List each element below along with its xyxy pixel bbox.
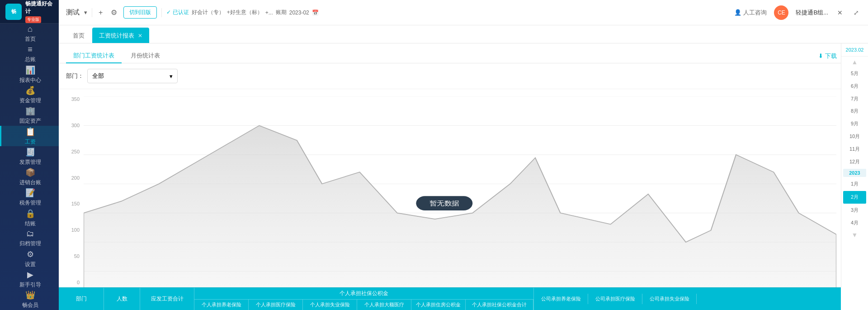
th-company-item-2: 公司承担失业保险	[642, 294, 697, 304]
tab-salary-report[interactable]: 工资统计报表 ✕	[92, 28, 149, 43]
right-panel-month-12[interactable]: 12月	[841, 156, 868, 168]
th-personal-item-1: 个人承担医疗保险	[249, 300, 303, 310]
dept-select[interactable]: 全部 ▾	[87, 69, 178, 83]
tabbar: 首页 工资统计报表 ✕	[59, 25, 868, 43]
right-panel-year-2023: 2023	[843, 169, 866, 177]
sidebar-item-vip[interactable]: 👑 畅会员	[0, 290, 59, 310]
right-panel-month-5[interactable]: 5月	[841, 67, 868, 80]
tab-close-button[interactable]: ✕	[138, 33, 142, 39]
logo-text: 畅捷通好会计 专业版	[25, 0, 53, 23]
y-label-300: 300	[66, 123, 80, 128]
sidebar-item-settings[interactable]: ⚙ 设置	[0, 248, 59, 269]
chart-svg-container: 暂无数据	[84, 96, 836, 301]
fund-icon: 💰	[25, 86, 35, 95]
th-gross-salary: 应发工资合计	[140, 288, 194, 310]
dept-label: 部门：	[66, 72, 84, 80]
sidebar-item-sales-ledger[interactable]: 📦 进销台账	[0, 167, 59, 187]
sidebar-item-tax[interactable]: 📝 税务管理	[0, 187, 59, 208]
download-button[interactable]: ⬇ 下载	[818, 52, 837, 60]
y-label-0: 0	[66, 280, 80, 285]
right-panel-month-8[interactable]: 8月	[841, 105, 868, 118]
y-label-150: 150	[66, 201, 80, 206]
sidebar-item-invoice[interactable]: 🧾 发票管理	[0, 146, 59, 167]
sidebar: 畅 畅捷通好会计 专业版 ⌂ 首页 ≡ 总账 📊 报表中心 💰 资金管理 🏢 固…	[0, 0, 59, 310]
th-company-item-0: 公司承担养老保险	[534, 294, 588, 304]
sidebar-item-general-ledger[interactable]: ≡ 总账	[0, 44, 59, 64]
sidebar-logo: 畅 畅捷通好会计 专业版	[0, 0, 59, 24]
username-label[interactable]: 轻捷通B组...	[796, 9, 828, 17]
company-dropdown[interactable]: ▾	[84, 9, 87, 16]
avatar: CE	[774, 5, 788, 20]
gear-button[interactable]: ⚙	[109, 6, 119, 19]
sales-icon: 📦	[25, 167, 35, 177]
subtab-left: 部门工资统计表 月份统计表	[66, 49, 167, 63]
th-personal-item-4: 个人承担住房公积金	[411, 300, 466, 310]
logo-icon: 畅	[5, 4, 22, 20]
y-label-250: 250	[66, 149, 80, 154]
sidebar-item-guide[interactable]: ▶ 新手引导	[0, 269, 59, 290]
topbar-divider-2	[161, 8, 162, 17]
right-panel-month-2-2023[interactable]: 2月	[843, 191, 866, 204]
th-personal-item-5: 个人承担社保公积金合计	[466, 300, 533, 310]
chart-area: 350 300 250 200 150 100 50 0	[59, 89, 868, 310]
ledger-icon: ≡	[28, 45, 33, 54]
th-personal-item-2: 个人承担失业保险	[303, 300, 357, 310]
right-panel-month-10[interactable]: 10月	[841, 130, 868, 143]
invoice-icon: 🧾	[25, 147, 35, 157]
sidebar-item-report-center[interactable]: 📊 报表中心	[0, 64, 59, 85]
svg-text:暂无数据: 暂无数据	[429, 200, 459, 206]
right-panel-month-7[interactable]: 7月	[841, 93, 868, 105]
y-label-100: 100	[66, 227, 80, 233]
right-panel-month-1-2023[interactable]: 1月	[841, 178, 868, 191]
salary-icon: 📋	[25, 127, 35, 137]
right-panel-current-date[interactable]: 2023.02	[841, 43, 868, 57]
assets-icon: 🏢	[25, 106, 35, 116]
help-icon: 👤	[734, 9, 741, 16]
report-icon: 📊	[25, 65, 35, 75]
subtab-dept-salary[interactable]: 部门工资统计表	[66, 49, 122, 63]
topbar-status: ✓ 已认证 好会计（专） +好生意（标） +... 账期 2023-02 📅	[166, 9, 318, 16]
right-panel-month-3-2023[interactable]: 3月	[841, 204, 868, 217]
download-icon: ⬇	[818, 52, 823, 59]
close-window-button[interactable]: ✕	[835, 7, 844, 18]
calendar-icon[interactable]: 📅	[312, 10, 319, 16]
sidebar-item-fund-management[interactable]: 💰 资金管理	[0, 85, 59, 105]
right-panel-down-button[interactable]: ▼	[841, 229, 868, 240]
home-icon: ⌂	[28, 24, 33, 34]
th-company-item-1: 公司承担医疗保险	[588, 294, 642, 304]
subtab-monthly-salary[interactable]: 月份统计表	[123, 49, 167, 63]
help-button[interactable]: 👤 人工咨询	[734, 9, 767, 17]
sidebar-item-fixed-assets[interactable]: 🏢 固定资产	[0, 105, 59, 126]
add-button[interactable]: +	[97, 7, 104, 19]
table-header: 部门 人数 应发工资合计 个人承担社保公积金 个人承担养老保险 个人承担医疗保险…	[59, 287, 841, 310]
th-personal-items: 个人承担养老保险 个人承担医疗保险 个人承担失业保险 个人承担大额医疗 个人承担…	[194, 300, 533, 310]
right-panel-month-4-2023[interactable]: 4月	[841, 217, 868, 229]
maximize-window-button[interactable]: ⤢	[852, 7, 861, 18]
right-panel: 2023.02 ▲ 5月 6月 7月 8月 9月 10月 11月 12月 202…	[841, 43, 868, 287]
content-panel: 部门工资统计表 月份统计表 ⬇ 下载 ↻ 刷新 部门： 全	[59, 43, 868, 310]
sidebar-item-salary[interactable]: 📋 工资	[0, 126, 59, 146]
topbar-divider-1	[92, 8, 92, 17]
guide-icon: ▶	[27, 270, 33, 280]
y-label-350: 350	[66, 96, 80, 102]
settings-icon: ⚙	[27, 249, 34, 259]
th-personal-group-title: 个人承担社保公积金	[194, 288, 533, 300]
tab-home[interactable]: 首页	[66, 28, 91, 43]
right-panel-month-6[interactable]: 6月	[841, 80, 868, 93]
sidebar-item-home[interactable]: ⌂ 首页	[0, 24, 59, 44]
archive-icon: 🗂	[26, 229, 34, 238]
company-title: 测试	[66, 8, 80, 17]
filter-bar: 部门： 全部 ▾	[59, 63, 868, 89]
select-arrow-icon: ▾	[170, 73, 173, 80]
switch-old-version-button[interactable]: 切到旧版	[123, 6, 157, 19]
sidebar-item-archive[interactable]: 🗂 归档管理	[0, 228, 59, 248]
vip-icon: 👑	[25, 290, 35, 300]
th-personal-item-3: 个人承担大额医疗	[357, 300, 411, 310]
closing-icon: 🔒	[25, 209, 35, 219]
area-chart: 暂无数据	[84, 96, 836, 301]
y-label-200: 200	[66, 175, 80, 181]
right-panel-month-9[interactable]: 9月	[841, 118, 868, 130]
right-panel-up-button[interactable]: ▲	[841, 57, 868, 67]
sidebar-item-closing[interactable]: 🔒 结账	[0, 208, 59, 228]
right-panel-month-11[interactable]: 11月	[841, 143, 868, 156]
